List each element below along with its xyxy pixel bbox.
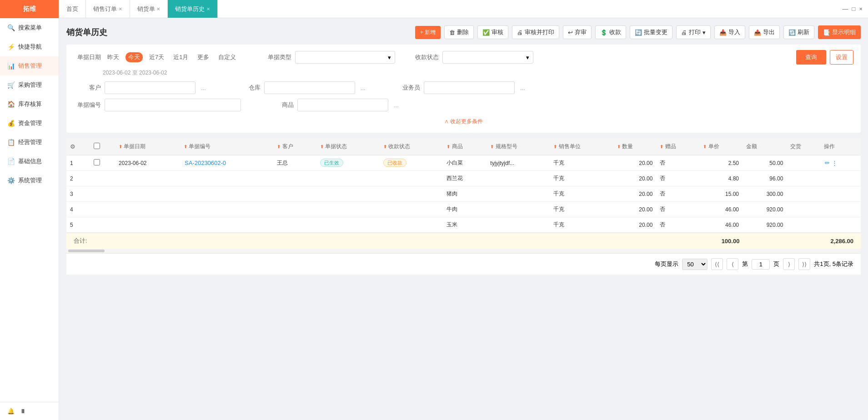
- setting-button[interactable]: 设置: [830, 50, 853, 65]
- doc-number-input[interactable]: [105, 99, 241, 111]
- date-more-btn[interactable]: 更多: [195, 52, 212, 62]
- tab-sales-history-close[interactable]: ×: [206, 5, 210, 12]
- money-icon: 💰: [7, 120, 15, 127]
- tab-home[interactable]: 首页: [59, 0, 86, 18]
- collect-button[interactable]: 💲 收款: [595, 25, 626, 39]
- salesperson-ellipsis[interactable]: ...: [518, 85, 527, 91]
- date-1month-btn[interactable]: 近1月: [171, 52, 191, 62]
- batch-change-button[interactable]: 🔄 批量变更: [630, 25, 672, 39]
- show-detail-button[interactable]: 📑 显示明细: [818, 25, 861, 39]
- product-input[interactable]: [297, 99, 388, 111]
- export-icon: 📤: [754, 29, 761, 36]
- col-gift[interactable]: ⬆ 赠品: [656, 138, 699, 155]
- delete-button[interactable]: 🗑 删除: [444, 25, 474, 39]
- sidebar-item-basic-info[interactable]: 📄 基础信息: [0, 152, 59, 171]
- col-spec[interactable]: ⬆ 规格型号: [487, 138, 550, 155]
- table-row: 3 猪肉 千克 20.00 否 15.00 300.00: [66, 186, 861, 202]
- sidebar-item-sales-mgmt[interactable]: 📊 销售管理: [0, 56, 59, 75]
- product-ellipsis[interactable]: ...: [392, 102, 401, 109]
- first-page-button[interactable]: ⟨⟨: [711, 258, 723, 270]
- per-page-select[interactable]: 50 100 200: [682, 259, 707, 270]
- page-number-input[interactable]: [752, 259, 770, 270]
- row-checkbox[interactable]: [90, 186, 115, 202]
- sidebar-item-operations[interactable]: 📋 经营管理: [0, 133, 59, 152]
- select-all-checkbox[interactable]: [94, 143, 100, 149]
- col-customer[interactable]: ⬆ 客户: [273, 138, 316, 155]
- new-button[interactable]: + 新增: [415, 26, 441, 39]
- col-unit[interactable]: ⬆ 销售单位: [550, 138, 613, 155]
- more-action[interactable]: ⋮: [832, 160, 838, 166]
- pause-icon[interactable]: ⏸: [20, 408, 26, 415]
- last-page-button[interactable]: ⟩⟩: [798, 258, 810, 270]
- tab-sales-delivery[interactable]: 销货单 ×: [130, 0, 168, 18]
- prev-page-button[interactable]: ⟨: [727, 258, 738, 270]
- tab-sales-order-close[interactable]: ×: [119, 5, 122, 12]
- date-7days-btn[interactable]: 近7天: [146, 52, 167, 62]
- row-checkbox[interactable]: [90, 202, 115, 217]
- doc-number-link[interactable]: SA-20230602-0: [185, 160, 226, 166]
- doc-type-select[interactable]: ▾: [295, 51, 395, 64]
- sort-icon10: ⬆: [660, 144, 663, 149]
- audit-print-button[interactable]: 🖨 审核并打印: [512, 25, 559, 39]
- scroll-bar[interactable]: [66, 249, 861, 253]
- sidebar-item-quick-nav[interactable]: ⚡ 快捷导航: [0, 37, 59, 56]
- tab-sales-delivery-close[interactable]: ×: [157, 5, 161, 12]
- export-button[interactable]: 📤 导出: [749, 25, 780, 39]
- main-area: 首页 销售订单 × 销货单 × 销货单历史 × — □ × 销货单历史 + 新增: [59, 0, 868, 420]
- collapse-button[interactable]: ∧ 收起更多条件: [74, 116, 853, 127]
- row-doc-status: [316, 171, 380, 186]
- sidebar-logo: 拓维: [0, 0, 59, 18]
- maximize-icon[interactable]: □: [852, 5, 856, 12]
- audit-button[interactable]: ✅ 审核: [477, 25, 508, 39]
- sort-icon2: ⬆: [184, 144, 187, 149]
- query-button[interactable]: 查询: [796, 50, 826, 65]
- col-payment-status[interactable]: ⬆ 收款状态: [380, 138, 443, 155]
- col-doc-status[interactable]: ⬆ 单据状态: [316, 138, 380, 155]
- col-gear[interactable]: ⚙: [66, 138, 90, 155]
- payment-status-select[interactable]: ▾: [442, 51, 533, 64]
- next-page-button[interactable]: ⟩: [783, 258, 795, 270]
- col-doc-number[interactable]: ⬆ 单据编号: [180, 138, 273, 155]
- row-spec: [487, 202, 550, 217]
- tab-sales-history[interactable]: 销货单历史 ×: [168, 0, 218, 18]
- toolbar: + 新增 🗑 删除 ✅ 审核 🖨 审核并打印 ↩ 弃审: [415, 25, 861, 39]
- col-doc-date[interactable]: ⬆ 单据日期: [115, 138, 180, 155]
- customer-input[interactable]: [105, 81, 196, 94]
- chevron-down-icon2: ▾: [526, 54, 529, 61]
- refresh-button[interactable]: 🔃 刷新: [783, 25, 814, 39]
- tab-sales-order[interactable]: 销售订单 ×: [86, 0, 130, 18]
- date-custom-btn[interactable]: 自定义: [216, 52, 239, 62]
- row-checkbox[interactable]: [90, 217, 115, 233]
- warehouse-input[interactable]: [264, 81, 355, 94]
- col-qty[interactable]: ⬆ 数量: [613, 138, 657, 155]
- date-today-btn[interactable]: 今天: [125, 52, 143, 62]
- sidebar-item-sys-mgmt[interactable]: ⚙️ 系统管理: [0, 171, 59, 190]
- edit-action[interactable]: ✏: [825, 160, 830, 166]
- row-select-checkbox[interactable]: [94, 159, 100, 165]
- notification-icon[interactable]: 🔔: [7, 408, 15, 415]
- page-label: 第: [742, 260, 748, 268]
- sidebar-item-finance[interactable]: 💰 资金管理: [0, 114, 59, 133]
- sidebar-item-purchase-mgmt[interactable]: 🛒 采购管理: [0, 75, 59, 95]
- customer-ellipsis[interactable]: ...: [199, 85, 208, 91]
- print-button[interactable]: 🖨 打印 ▾: [676, 25, 711, 39]
- window-close-icon[interactable]: ×: [859, 5, 863, 12]
- abandon-button[interactable]: ↩ 弃审: [563, 25, 592, 39]
- col-price[interactable]: ⬆ 单价: [699, 138, 743, 155]
- sidebar-item-label: 采购管理: [18, 81, 42, 89]
- date-yesterday-btn[interactable]: 昨天: [105, 52, 122, 62]
- row-checkbox[interactable]: [90, 171, 115, 186]
- import-button[interactable]: 📥 导入: [714, 25, 745, 39]
- sidebar-item-label: 系统管理: [18, 176, 42, 185]
- warehouse-ellipsis[interactable]: ...: [359, 85, 367, 91]
- sidebar-item-search-menu[interactable]: 🔍 搜索菜单: [0, 18, 59, 37]
- sidebar-item-label: 库存核算: [18, 100, 42, 108]
- salesperson-input[interactable]: [424, 81, 515, 94]
- row-delivery: [787, 217, 820, 233]
- row-gift: 否: [656, 202, 699, 217]
- sidebar-item-inventory[interactable]: 🏠 库存核算: [0, 95, 59, 114]
- minimize-icon[interactable]: —: [843, 5, 848, 12]
- row-checkbox[interactable]: [90, 155, 115, 171]
- scroll-thumb[interactable]: [68, 250, 105, 252]
- col-product[interactable]: ⬆ 商品: [443, 138, 487, 155]
